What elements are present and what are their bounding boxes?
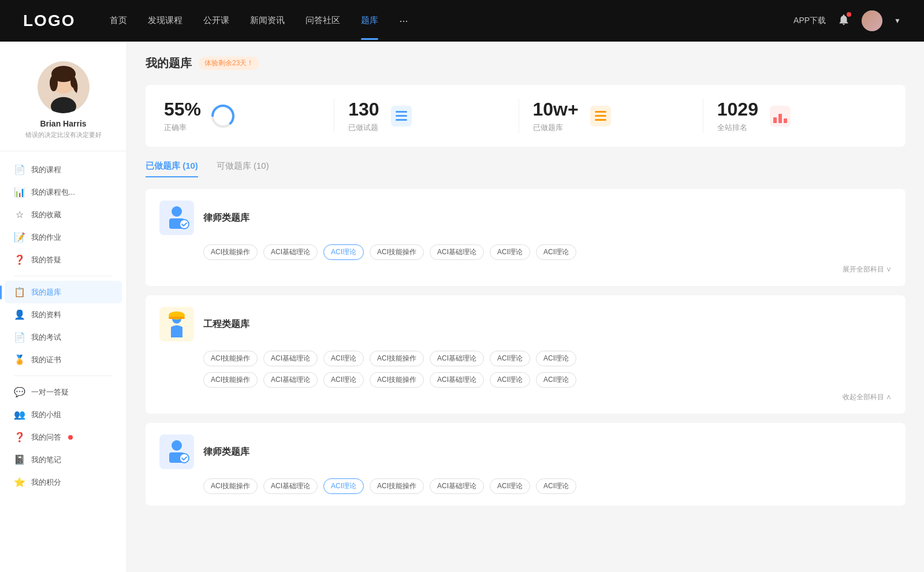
sidebar-divider-1: [14, 276, 113, 276]
stat-questions-icon: [389, 103, 414, 129]
tag-l2-1[interactable]: ACI技能操作: [203, 478, 258, 494]
tag-e-3[interactable]: ACI理论: [323, 351, 364, 366]
nav-link-more[interactable]: ···: [399, 15, 408, 27]
sidebar-label-favorites: 我的收藏: [31, 210, 61, 220]
svg-point-10: [180, 220, 189, 229]
tab-available-banks[interactable]: 可做题库 (10): [217, 161, 269, 177]
sidebar-label-qbank: 我的题库: [31, 287, 61, 298]
sidebar-label-qa: 我的答疑: [31, 255, 61, 265]
qbank-header-engineer: 工程类题库: [159, 307, 892, 341]
sidebar-item-qa[interactable]: ❓ 我的答疑: [5, 248, 122, 271]
tag-l2-7[interactable]: ACI理论: [536, 478, 576, 494]
sidebar-item-my-courses[interactable]: 📄 我的课程: [5, 158, 122, 181]
tag-e-13[interactable]: ACI理论: [490, 372, 530, 388]
stat-accuracy: 55% 正确率: [164, 99, 334, 133]
tag-e-6[interactable]: ACI理论: [490, 351, 530, 366]
tag-l1-4[interactable]: ACI技能操作: [370, 244, 424, 260]
tag-l1-6[interactable]: ACI理论: [490, 244, 530, 260]
lawyer-svg-2: [162, 437, 191, 466]
svg-rect-13: [169, 317, 185, 319]
qa-icon: ❓: [14, 254, 25, 265]
tag-e-12[interactable]: ACI基础理论: [430, 372, 484, 388]
sidebar-item-favorites[interactable]: ☆ 我的收藏: [5, 203, 122, 226]
tag-e-4[interactable]: ACI技能操作: [370, 351, 424, 366]
sidebar-item-exam[interactable]: 📄 我的考试: [5, 326, 122, 348]
collapse-button-engineer[interactable]: 收起全部科目 ∧: [843, 392, 892, 402]
sidebar-item-notes[interactable]: 📓 我的笔记: [5, 448, 122, 471]
tag-e-2[interactable]: ACI基础理论: [263, 351, 318, 366]
sidebar-item-group[interactable]: 👥 我的小组: [5, 403, 122, 426]
profile-icon: 👤: [14, 309, 25, 320]
stat-rank-icon: [767, 103, 793, 129]
app-download-link[interactable]: APP下载: [793, 16, 826, 26]
tag-e-14[interactable]: ACI理论: [536, 372, 576, 388]
sidebar-item-one-on-one[interactable]: 💬 一对一答疑: [5, 381, 122, 403]
tag-e-9[interactable]: ACI基础理论: [263, 372, 318, 388]
sidebar-item-profile[interactable]: 👤 我的资料: [5, 303, 122, 326]
sidebar-item-homework[interactable]: 📝 我的作业: [5, 226, 122, 248]
tag-e-8[interactable]: ACI技能操作: [203, 372, 258, 388]
user-menu-chevron[interactable]: ▼: [894, 17, 901, 25]
tag-l1-5[interactable]: ACI基础理论: [430, 244, 484, 260]
svg-point-4: [50, 75, 58, 91]
qbank-icon: 📋: [14, 287, 25, 298]
tag-l2-6[interactable]: ACI理论: [490, 478, 530, 494]
stat-questions: 130 已做试题: [334, 99, 519, 133]
stat-rank: 1029 全站排名: [703, 99, 887, 133]
qbank-title-engineer: 工程类题库: [203, 318, 249, 330]
sidebar-item-certificate[interactable]: 🏅 我的证书: [5, 348, 122, 371]
tag-l2-5[interactable]: ACI基础理论: [430, 478, 484, 494]
homework-icon: 📝: [14, 232, 25, 243]
sidebar-label-homework: 我的作业: [31, 232, 61, 243]
stat-rank-label: 全站排名: [717, 122, 758, 133]
notes-icon: 📓: [14, 454, 25, 465]
stat-rank-value: 1029: [717, 99, 758, 120]
sidebar-label-my-qa: 我的问答: [31, 432, 61, 443]
notification-bell[interactable]: [837, 13, 850, 28]
tag-e-11[interactable]: ACI技能操作: [370, 372, 424, 388]
nav-link-qa[interactable]: 问答社区: [305, 15, 340, 27]
nav-right: APP下载 ▼: [793, 10, 901, 31]
tag-l1-7[interactable]: ACI理论: [536, 244, 576, 260]
stat-banks-icon: [588, 103, 613, 129]
stat-rank-info: 1029 全站排名: [717, 99, 758, 133]
tag-l2-2[interactable]: ACI基础理论: [263, 478, 318, 494]
tag-l2-4[interactable]: ACI技能操作: [370, 478, 424, 494]
sidebar-label-points: 我的积分: [31, 477, 61, 488]
courses-icon: 📄: [14, 164, 25, 175]
user-avatar[interactable]: [862, 10, 882, 31]
tag-e-7[interactable]: ACI理论: [536, 351, 576, 366]
tag-l1-2[interactable]: ACI基础理论: [263, 244, 318, 260]
nav-link-qbank[interactable]: 题库: [361, 15, 378, 27]
stat-questions-value: 130: [348, 99, 379, 120]
sidebar-item-my-qa[interactable]: ❓ 我的问答: [5, 426, 122, 448]
svg-point-16: [180, 454, 189, 463]
sidebar-item-qbank[interactable]: 📋 我的题库: [5, 281, 122, 303]
tag-l1-3[interactable]: ACI理论: [323, 244, 364, 260]
sidebar-divider-2: [14, 376, 113, 376]
nav-link-home[interactable]: 首页: [110, 15, 127, 27]
nav-link-open[interactable]: 公开课: [203, 15, 229, 27]
qbank-card-lawyer-2: 律师类题库 ACI技能操作 ACI基础理论 ACI理论 ACI技能操作 ACI基…: [146, 423, 906, 506]
nav-link-news[interactable]: 新闻资讯: [250, 15, 285, 27]
sidebar-label-profile: 我的资料: [31, 310, 61, 320]
tag-e-1[interactable]: ACI技能操作: [203, 351, 258, 366]
navbar: LOGO 首页 发现课程 公开课 新闻资讯 问答社区 题库 ··· APP下载 …: [0, 0, 924, 42]
stat-banks-value: 10w+: [533, 99, 579, 120]
tag-e-5[interactable]: ACI基础理论: [430, 351, 484, 366]
tag-l1-1[interactable]: ACI技能操作: [203, 244, 258, 260]
tabs: 已做题库 (10) 可做题库 (10): [146, 161, 906, 177]
tab-done-banks[interactable]: 已做题库 (10): [146, 161, 198, 177]
expand-button-lawyer-1[interactable]: 展开全部科目 ∨: [843, 265, 892, 274]
engineer-svg: [162, 310, 191, 339]
tag-l2-3[interactable]: ACI理论: [323, 478, 364, 494]
nav-link-discover[interactable]: 发现课程: [148, 15, 182, 27]
notification-dot: [847, 12, 851, 17]
main-content: 我的题库 体验剩余23天！ 55% 正确率: [127, 42, 924, 572]
sidebar-item-points[interactable]: ⭐ 我的积分: [5, 471, 122, 493]
qbank-icon-lawyer-2: [159, 434, 194, 469]
sidebar-item-course-pack[interactable]: 📊 我的课程包...: [5, 181, 122, 203]
tag-e-10[interactable]: ACI理论: [323, 372, 364, 388]
qbank-tags-engineer-row1: ACI技能操作 ACI基础理论 ACI理论 ACI技能操作 ACI基础理论 AC…: [159, 351, 892, 366]
stat-banks-info: 10w+ 已做题库: [533, 99, 579, 133]
